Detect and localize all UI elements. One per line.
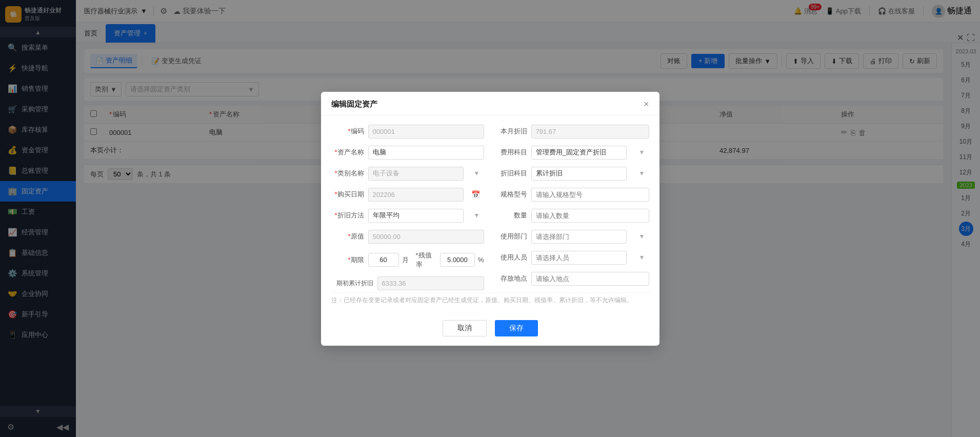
original-value-label: *原值 <box>331 232 368 241</box>
dept-input[interactable] <box>531 230 627 244</box>
modal-right-col: 本月折旧 费用科目 ▼ 折旧科目 <box>496 125 649 290</box>
form-row-quantity: 数量 <box>496 209 649 223</box>
category-dropdown-icon: ▼ <box>474 170 480 177</box>
quantity-label: 数量 <box>496 211 531 220</box>
person-label: 使用人员 <box>496 253 531 262</box>
form-row-monthly-depr: 本月折旧 <box>496 125 649 138</box>
calendar-icon[interactable]: 📅 <box>471 190 480 198</box>
code-label: *编码 <box>331 127 368 136</box>
purchase-date-input[interactable] <box>368 188 464 202</box>
period-unit: 月 <box>402 255 409 265</box>
form-row-person: 使用人员 ▼ <box>496 251 649 265</box>
save-btn[interactable]: 保存 <box>495 320 538 336</box>
initial-depr-label: 期初累计折旧 <box>331 279 377 288</box>
cancel-btn[interactable]: 取消 <box>443 320 487 336</box>
form-row-depr-method: *折旧方法 ▼ <box>331 209 484 223</box>
form-row-name: *资产名称 <box>331 146 484 160</box>
depr-subject-dropdown: ▼ <box>639 170 645 177</box>
period-label: *期限 <box>331 255 368 265</box>
expense-subject-wrap: ▼ <box>531 146 649 160</box>
form-row-expense-subject: 费用科目 ▼ <box>496 146 649 160</box>
initial-depr-input[interactable] <box>377 276 484 290</box>
category-label: *类别名称 <box>331 169 368 178</box>
modal-body: *编码 *资产名称 *类别名称 ▼ <box>321 115 659 315</box>
form-row-purchase-date: *购买日期 📅 <box>331 188 484 202</box>
monthly-depr-input <box>531 125 649 138</box>
modal-form: *编码 *资产名称 *类别名称 ▼ <box>331 125 649 290</box>
modal-overlay: 编辑固定资产 × *编码 *资产名称 <box>0 0 980 437</box>
depr-subject-input[interactable] <box>531 167 627 181</box>
quantity-input[interactable] <box>531 209 649 223</box>
form-row-original-value: *原值 <box>331 230 484 244</box>
form-row-spec: 规格型号 <box>496 188 649 202</box>
depr-method-input[interactable] <box>368 209 464 223</box>
expense-subject-dropdown: ▼ <box>639 149 645 156</box>
residual-rate-label: *残值率 <box>416 251 437 269</box>
code-input[interactable] <box>368 125 484 138</box>
modal-title: 编辑固定资产 <box>331 100 377 109</box>
depr-method-label: *折旧方法 <box>331 211 368 220</box>
form-row-depr-subject: 折旧科目 ▼ <box>496 167 649 181</box>
form-row-initial-depr: 期初累计折旧 <box>331 276 484 290</box>
dept-label: 使用部门 <box>496 232 531 241</box>
purchase-date-wrap: 📅 <box>368 188 484 202</box>
expense-subject-input[interactable] <box>531 146 627 160</box>
form-row-period: *期限 月 *残值率 % <box>331 251 484 269</box>
location-input[interactable] <box>531 272 649 286</box>
person-select-wrap: ▼ <box>531 251 649 265</box>
depr-subject-wrap: ▼ <box>531 167 649 181</box>
form-row-dept: 使用部门 ▼ <box>496 230 649 244</box>
spec-input[interactable] <box>531 188 649 202</box>
form-row-location: 存放地点 <box>496 272 649 286</box>
depr-subject-label: 折旧科目 <box>496 169 531 178</box>
location-label: 存放地点 <box>496 274 531 283</box>
person-dropdown: ▼ <box>639 254 645 261</box>
spec-label: 规格型号 <box>496 190 531 199</box>
expense-subject-label: 费用科目 <box>496 148 531 157</box>
residual-rate-input[interactable] <box>440 253 475 267</box>
name-input[interactable] <box>368 146 484 160</box>
person-input[interactable] <box>531 251 627 265</box>
modal-col-divider <box>484 125 496 290</box>
monthly-depr-label: 本月折旧 <box>496 127 531 136</box>
modal-left-col: *编码 *资产名称 *类别名称 ▼ <box>331 125 484 290</box>
form-row-category: *类别名称 ▼ <box>331 167 484 181</box>
modal-footer: 取消 保存 <box>321 315 659 346</box>
period-inline: 月 *残值率 % <box>368 251 484 269</box>
modal-header: 编辑固定资产 × <box>321 92 659 115</box>
depr-method-select-wrap: ▼ <box>368 209 484 223</box>
period-input[interactable] <box>368 253 399 267</box>
edit-asset-modal: 编辑固定资产 × *编码 *资产名称 <box>321 92 659 346</box>
category-select-wrap: ▼ <box>368 167 484 181</box>
residual-rate-unit: % <box>478 256 484 264</box>
purchase-date-label: *购买日期 <box>331 190 368 199</box>
dept-select-wrap: ▼ <box>531 230 649 244</box>
original-value-input[interactable] <box>368 230 484 244</box>
modal-note: 注：已经存在变更记录或者对应固定资产已经生成凭证，原值、购买日期、残值率、累计折… <box>331 292 649 310</box>
category-input[interactable] <box>368 167 464 181</box>
form-row-code: *编码 <box>331 125 484 138</box>
modal-close-btn[interactable]: × <box>644 99 649 110</box>
dept-dropdown: ▼ <box>639 233 645 240</box>
depr-method-dropdown-icon: ▼ <box>474 212 480 219</box>
name-label: *资产名称 <box>331 148 368 157</box>
